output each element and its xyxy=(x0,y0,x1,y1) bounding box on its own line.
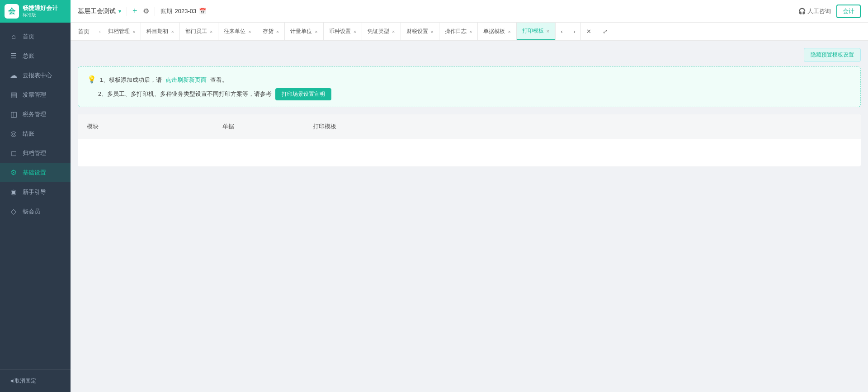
topbar-settings-button[interactable]: ⚙ xyxy=(143,7,149,15)
tab-subject-close[interactable]: × xyxy=(171,29,174,34)
tab-close-all-button[interactable]: ✕ xyxy=(580,23,597,40)
tab-voucher-type[interactable]: 凭证类型 × xyxy=(362,23,401,40)
print-template-table: 模块 单据 打印模板 xyxy=(78,114,861,166)
tabbar: 首页 ‹ 归档管理 × 科目期初 × 部门员工 × 往来单位 × 存货 × 计量… xyxy=(71,23,868,41)
headset-icon: 🎧 xyxy=(798,8,806,14)
sidebar-item-ledger-label: 总账 xyxy=(23,52,34,60)
sidebar-item-ledger[interactable]: ☰ 总账 xyxy=(0,46,71,66)
company-dropdown-icon: ▾ xyxy=(118,8,121,14)
company-selector[interactable]: 基层工会测试 ▾ xyxy=(78,7,121,15)
topbar: 基层工会测试 ▾ + ⚙ 账期 2023-03 📅 🎧 人工咨询 会计 xyxy=(71,0,868,23)
tab-dept-close[interactable]: × xyxy=(210,29,212,34)
tab-nav-back-icon[interactable]: ‹ xyxy=(97,23,103,40)
accounting-period: 账期 2023-03 📅 xyxy=(160,7,207,15)
tab-tax-settings-close[interactable]: × xyxy=(431,29,434,34)
sidebar-item-invoice-label: 发票管理 xyxy=(23,91,46,99)
sidebar-item-reports-label: 云报表中心 xyxy=(23,71,52,80)
tab-currency-close[interactable]: × xyxy=(354,29,356,34)
tab-print-template-close[interactable]: × xyxy=(547,28,549,34)
unpin-label: ◄取消固定 xyxy=(9,377,36,385)
tab-nav-prev[interactable]: ‹ xyxy=(555,23,568,40)
sidebar-item-tax-label: 税务管理 xyxy=(23,110,46,118)
logo-title: 畅捷通好会计 xyxy=(23,5,58,12)
tab-subject[interactable]: 科目期初 × xyxy=(141,23,179,40)
tab-unit-label: 计量单位 xyxy=(290,28,312,35)
expand-icon: ⤢ xyxy=(603,28,608,35)
topbar-right: 🎧 人工咨询 会计 xyxy=(798,5,861,18)
tab-single-template[interactable]: 单据模板 × xyxy=(478,23,516,40)
tab-unit[interactable]: 计量单位 × xyxy=(285,23,323,40)
tab-voucher-type-label: 凭证类型 xyxy=(368,28,389,35)
tab-nav-next[interactable]: › xyxy=(568,23,580,40)
company-name: 基层工会测试 xyxy=(78,7,116,15)
ledger-icon: ☰ xyxy=(9,52,18,60)
sidebar-item-member[interactable]: ◇ 畅会员 xyxy=(0,202,71,221)
tab-single-template-close[interactable]: × xyxy=(508,29,510,34)
guide-icon: ◉ xyxy=(9,188,18,196)
notice-refresh-link[interactable]: 点击刷新新页面 xyxy=(165,75,207,85)
sidebar-item-archive-label: 归档管理 xyxy=(23,149,46,157)
sidebar-item-tax[interactable]: ◫ 税务管理 xyxy=(0,104,71,124)
print-scene-button[interactable]: 打印场景设置宣明 xyxy=(275,88,331,100)
tab-supplier[interactable]: 往来单位 × xyxy=(218,23,257,40)
table-header: 模块 单据 打印模板 xyxy=(78,114,861,139)
hide-preset-button[interactable]: 隐藏预置模板设置 xyxy=(804,48,861,62)
tab-tax-settings-label: 财税设置 xyxy=(406,28,428,35)
customer-service-label: 人工咨询 xyxy=(807,7,831,15)
notice-box: 💡 1、模板添加成功后，请 点击刷新新页面 查看。 2、多员工、多打印机、多种业… xyxy=(78,66,861,107)
sidebar: 会 畅捷通好会计 标准版 ⌂ 首页 ☰ 总账 ☁ 云报表中心 ▤ 发票管理 ◫ … xyxy=(0,0,71,392)
closing-icon: ◎ xyxy=(9,129,18,138)
tab-home-label: 首页 xyxy=(78,28,90,36)
topbar-divider-2 xyxy=(155,7,155,16)
period-label: 账期 xyxy=(160,7,172,15)
main-content: 基层工会测试 ▾ + ⚙ 账期 2023-03 📅 🎧 人工咨询 会计 首页 ‹… xyxy=(71,0,868,392)
sidebar-footer-unpin[interactable]: ◄取消固定 xyxy=(0,369,71,392)
tab-oplog-close[interactable]: × xyxy=(469,29,472,34)
tab-voucher-type-close[interactable]: × xyxy=(392,29,395,34)
tab-print-template-label: 打印模板 xyxy=(522,27,544,35)
tab-home[interactable]: 首页 xyxy=(71,23,97,40)
tab-oplog[interactable]: 操作日志 × xyxy=(439,23,478,40)
tab-expand-button[interactable]: ⤢ xyxy=(597,23,613,40)
tab-unit-close[interactable]: × xyxy=(315,29,317,34)
close-all-icon: ✕ xyxy=(586,28,591,35)
action-bar: 隐藏预置模板设置 xyxy=(78,48,861,62)
tab-inventory-close[interactable]: × xyxy=(276,29,279,34)
sidebar-item-reports[interactable]: ☁ 云报表中心 xyxy=(0,66,71,85)
sidebar-item-home[interactable]: ⌂ 首页 xyxy=(0,27,71,46)
sidebar-nav: ⌂ 首页 ☰ 总账 ☁ 云报表中心 ▤ 发票管理 ◫ 税务管理 ◎ 结账 ◻ 归… xyxy=(0,23,71,369)
sidebar-item-settings-label: 基础设置 xyxy=(23,169,46,177)
account-button[interactable]: 会计 xyxy=(836,5,861,18)
tax-icon: ◫ xyxy=(9,110,18,118)
sidebar-item-member-label: 畅会员 xyxy=(23,208,40,216)
archive-icon: ◻ xyxy=(9,149,18,157)
topbar-divider-1 xyxy=(127,7,127,16)
sidebar-item-closing[interactable]: ◎ 结账 xyxy=(0,124,71,143)
tab-dept[interactable]: 部门员工 × xyxy=(180,23,218,40)
sidebar-item-home-label: 首页 xyxy=(23,33,34,41)
member-icon: ◇ xyxy=(9,207,18,216)
tab-print-template[interactable]: 打印模板 × xyxy=(517,23,555,40)
sidebar-item-invoice[interactable]: ▤ 发票管理 xyxy=(0,85,71,104)
tab-supplier-close[interactable]: × xyxy=(248,29,251,34)
calendar-icon[interactable]: 📅 xyxy=(199,8,206,14)
invoice-icon: ▤ xyxy=(9,90,18,99)
tab-inventory[interactable]: 存货 × xyxy=(257,23,285,40)
notice-line2-prefix: 2、多员工、多打印机、多种业务类型设置不同打印方案等，请参考 xyxy=(98,90,272,97)
tab-inventory-label: 存货 xyxy=(263,28,274,35)
notice-icon: 💡 xyxy=(87,73,96,86)
tab-currency-label: 币种设置 xyxy=(329,28,351,35)
tab-tax-settings[interactable]: 财税设置 × xyxy=(401,23,439,40)
tab-archive-close[interactable]: × xyxy=(132,29,135,34)
sidebar-item-archive[interactable]: ◻ 归档管理 xyxy=(0,143,71,163)
sidebar-item-guide[interactable]: ◉ 新手引导 xyxy=(0,182,71,202)
tab-currency[interactable]: 币种设置 × xyxy=(324,23,362,40)
tab-single-template-label: 单据模板 xyxy=(483,28,505,35)
sidebar-item-settings[interactable]: ⚙ 基础设置 xyxy=(0,163,71,182)
table-body xyxy=(78,139,861,166)
add-tab-button[interactable]: + xyxy=(132,6,137,16)
chevron-right-icon: › xyxy=(574,28,576,35)
tab-archive[interactable]: 归档管理 × xyxy=(103,23,141,40)
customer-service-button[interactable]: 🎧 人工咨询 xyxy=(798,7,831,15)
tab-archive-label: 归档管理 xyxy=(108,28,130,35)
